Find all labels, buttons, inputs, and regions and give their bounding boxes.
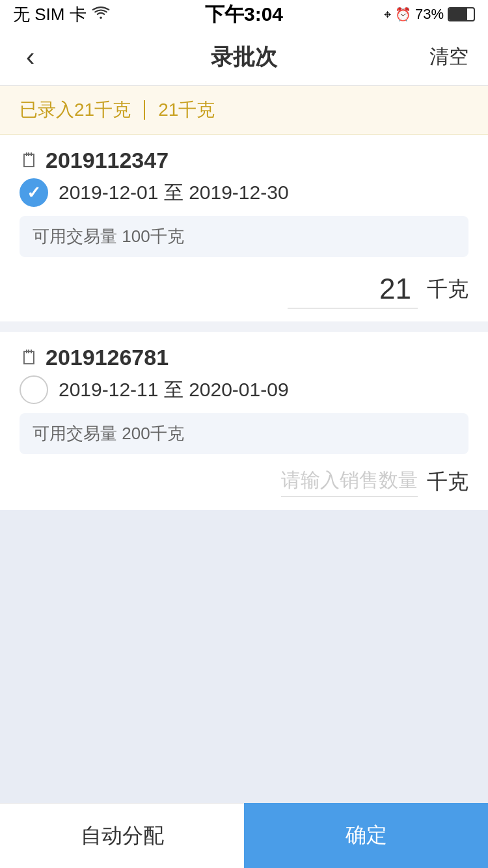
batch-1-header: 🗒 2019112347: [20, 148, 468, 173]
battery-percent: 73%: [415, 6, 444, 23]
alarm-icon: ⏰: [395, 7, 411, 22]
batch-1-id: 2019112347: [46, 148, 169, 173]
batch-2-icon: 🗒: [20, 347, 39, 369]
info-divider: [144, 100, 145, 120]
status-time: 下午3:04: [205, 1, 283, 28]
batch-item-2: 🗒 2019126781 2019-12-11 至 2020-01-09 可用交…: [0, 332, 488, 454]
batch-separator: [0, 321, 488, 332]
clear-button[interactable]: 清空: [429, 44, 468, 70]
batch-1-radio[interactable]: [20, 178, 48, 207]
batch-2-quantity-placeholder: 请输入销售数量: [281, 467, 418, 494]
empty-spacer: [0, 510, 488, 822]
batch-1-date: 2019-12-01 至 2019-12-30: [59, 180, 289, 206]
batch-1-quantity-row: 21 千克: [0, 257, 488, 321]
batch-2-quantity-row: 请输入销售数量 千克: [0, 454, 488, 510]
batch-2-quantity-input-wrapper[interactable]: 请输入销售数量: [281, 467, 418, 497]
batch-2-date: 2019-12-11 至 2020-01-09: [59, 377, 289, 403]
recorded-value: 21千克: [158, 98, 215, 122]
bottom-bar: 自动分配 确定: [0, 803, 488, 868]
batch-1-quantity-input[interactable]: 21: [288, 270, 418, 308]
page-title: 录批次: [211, 42, 277, 72]
batch-2-header: 🗒 2019126781: [20, 345, 468, 370]
batch-1-date-row: 2019-12-01 至 2019-12-30: [20, 178, 468, 207]
batch-item-1: 🗒 2019112347 2019-12-01 至 2019-12-30 可用交…: [0, 135, 488, 257]
status-bar: 无 SIM 卡 下午3:04 ⌖ ⏰ 73%: [0, 0, 488, 29]
batch-2-id: 2019126781: [46, 345, 169, 370]
carrier-text: 无 SIM 卡: [13, 3, 87, 26]
back-button[interactable]: ‹: [20, 36, 41, 78]
batch-2-radio[interactable]: [20, 375, 48, 404]
status-left: 无 SIM 卡: [13, 3, 110, 26]
battery-icon: [448, 7, 475, 21]
info-banner: 已录入21千克 21千克: [0, 86, 488, 135]
batch-1-unit: 千克: [427, 275, 468, 304]
location-icon: ⌖: [384, 7, 391, 22]
batch-1-availability: 可用交易量 100千克: [20, 216, 468, 257]
nav-bar: ‹ 录批次 清空: [0, 29, 488, 86]
confirm-button[interactable]: 确定: [244, 803, 488, 868]
batch-2-date-row: 2019-12-11 至 2020-01-09: [20, 375, 468, 404]
batch-2-unit: 千克: [427, 468, 468, 496]
recorded-label: 已录入21千克: [20, 98, 131, 122]
batch-1-icon: 🗒: [20, 150, 39, 172]
batch-1-quantity-value: 21: [373, 273, 418, 305]
status-right: ⌖ ⏰ 73%: [384, 6, 475, 23]
auto-distribute-button[interactable]: 自动分配: [0, 803, 244, 868]
wifi-icon: [92, 5, 110, 23]
batch-2-availability: 可用交易量 200千克: [20, 413, 468, 454]
